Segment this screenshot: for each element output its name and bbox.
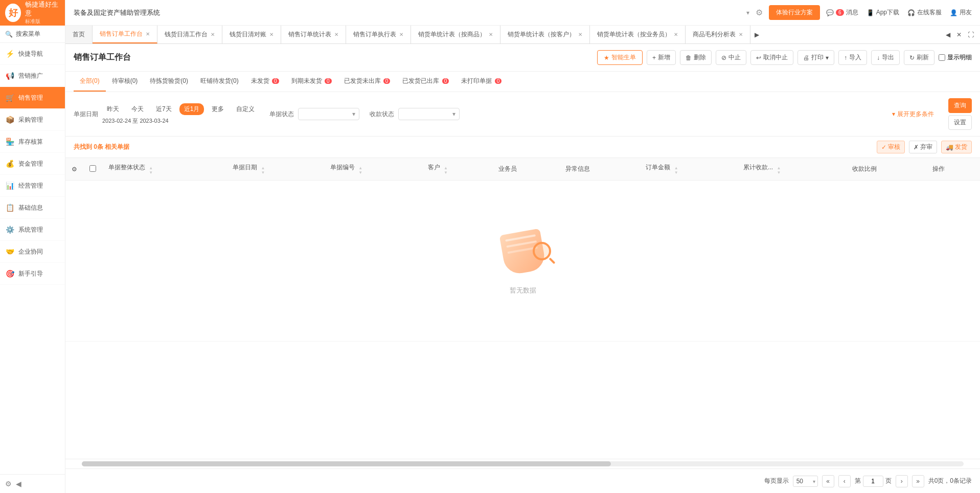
tab-cash-reconcile[interactable]: 钱货日清对账 ✕	[222, 26, 281, 43]
online-service-action[interactable]: 🎧 在线客服	[907, 8, 942, 17]
tab-close-cash-reconcile[interactable]: ✕	[269, 32, 274, 37]
tab-expand-btn[interactable]: ⛶	[966, 30, 976, 39]
import-button[interactable]: ↑ 导入	[838, 50, 867, 65]
date-sort[interactable]: ▲▼	[261, 166, 265, 175]
select-all-checkbox[interactable]	[89, 165, 96, 172]
tab-sales-by-customer[interactable]: 销货单统计表（按客户） ✕	[500, 26, 590, 43]
subtab-not-shipped[interactable]: 未发货 0	[245, 72, 285, 92]
tab-close-cash-daily[interactable]: ✕	[211, 32, 215, 37]
topbar-settings-icon[interactable]: ⚙	[756, 8, 763, 17]
cancel-stop-button[interactable]: ↩ 取消中止	[750, 50, 793, 65]
th-checkbox[interactable]	[83, 158, 102, 181]
sidebar-item-inventory[interactable]: 🏪 库存核算	[0, 131, 65, 153]
page-number-input[interactable]	[863, 476, 883, 487]
first-page-btn[interactable]: «	[822, 475, 834, 487]
sidebar-item-enterprise[interactable]: 🤝 企业协同	[0, 241, 65, 263]
collapse-icon[interactable]: ◀	[16, 480, 21, 488]
tab-sales-exec[interactable]: 销售订单执行表 ✕	[346, 26, 411, 43]
tab-close-sales-workbench[interactable]: ✕	[146, 31, 150, 37]
logo-subtitle: 标准版	[25, 18, 60, 25]
sidebar-item-guide[interactable]: 🎯 新手引导	[0, 263, 65, 285]
payment-select[interactable]	[398, 108, 460, 120]
export-button[interactable]: ↓ 导出	[871, 50, 900, 65]
tab-home[interactable]: 首页	[65, 26, 93, 43]
tab-close-sales-by-customer[interactable]: ✕	[578, 32, 582, 37]
collected-sort[interactable]: ▲▼	[777, 166, 781, 175]
sidebar-item-basic-info[interactable]: 📋 基础信息	[0, 197, 65, 219]
subtab-pending-review[interactable]: 待审核(0)	[106, 72, 144, 92]
user-area[interactable]: 👤 用友	[950, 8, 972, 17]
date-btn-yesterday[interactable]: 昨天	[102, 103, 124, 115]
status-sort[interactable]: ▲▼	[149, 166, 153, 175]
th-settings[interactable]: ⚙	[65, 158, 83, 181]
tab-close-sales-stats[interactable]: ✕	[334, 32, 338, 37]
sidebar-item-system[interactable]: ⚙️ 系统管理	[0, 219, 65, 241]
ship-label: 发货	[955, 143, 967, 151]
sidebar-item-purchase[interactable]: 📦 采购管理	[0, 109, 65, 131]
subtab-wangpu-shipping[interactable]: 旺铺待发货(0)	[194, 72, 245, 92]
message-action[interactable]: 💬 6 消息	[826, 8, 858, 17]
last-page-btn[interactable]: »	[912, 475, 924, 487]
tab-close-sales-by-staff[interactable]: ✕	[674, 32, 678, 37]
subtab-not-printed[interactable]: 未打印单据 0	[455, 72, 508, 92]
sidebar-item-operations[interactable]: 📊 经营管理	[0, 175, 65, 197]
tab-sales-stats[interactable]: 销售订单统计表 ✕	[281, 26, 346, 43]
settings-filter-button[interactable]: 设置	[948, 115, 972, 130]
date-btn-1month[interactable]: 近1月	[179, 103, 204, 115]
customer-sort[interactable]: ▲▼	[444, 166, 448, 175]
tab-prev-btn[interactable]: ◀	[944, 30, 952, 39]
add-button[interactable]: + 新增	[647, 50, 676, 65]
tab-close-sales-by-product[interactable]: ✕	[489, 32, 493, 37]
sidebar-item-marketing[interactable]: 📢 营销推广	[0, 65, 65, 87]
tab-sales-by-staff[interactable]: 销货单统计表（按业务员） ✕	[590, 26, 686, 43]
tab-sales-workbench[interactable]: 销售订单工作台 ✕	[93, 26, 157, 43]
refresh-button[interactable]: ↻ 刷新	[904, 50, 935, 65]
date-btn-custom[interactable]: 自定义	[232, 103, 259, 115]
tab-gross-margin[interactable]: 商品毛利分析表 ✕	[686, 26, 750, 43]
tab-close-gross-margin[interactable]: ✕	[739, 32, 743, 37]
smart-create-label: 智能生单	[611, 53, 636, 62]
print-button[interactable]: 🖨 打印 ▾	[797, 50, 834, 65]
filter-expand-btn[interactable]: ▾ 展开更多条件	[892, 110, 934, 119]
smart-create-button[interactable]: ★ 智能生单	[597, 50, 643, 65]
subtab-pending-inspection[interactable]: 待拣货验货(0)	[144, 72, 194, 92]
ship-button[interactable]: 🚚 发货	[941, 141, 972, 153]
sidebar-item-quick-nav[interactable]: ⚡ 快捷导航	[0, 43, 65, 65]
settings-bottom-icon[interactable]: ⚙	[5, 480, 12, 488]
date-btn-today[interactable]: 今天	[127, 103, 148, 115]
tab-cash-daily[interactable]: 钱货日清工作台 ✕	[157, 26, 222, 43]
app-download-action[interactable]: 📱 App下载	[867, 8, 899, 17]
review-button[interactable]: ✓ 审核	[877, 141, 905, 153]
subtab-shipped-out[interactable]: 已发货已出库 0	[396, 72, 455, 92]
scroll-track[interactable]	[82, 461, 964, 466]
status-select[interactable]	[298, 108, 359, 120]
page-size-select[interactable]: 10 20 50 100	[793, 476, 818, 487]
tab-next-btn[interactable]: ✕	[954, 30, 964, 39]
number-sort[interactable]: ▲▼	[358, 166, 362, 175]
subtab-overdue[interactable]: 到期未发货 0	[285, 72, 338, 92]
next-page-btn[interactable]: ›	[896, 475, 908, 487]
horizontal-scrollbar[interactable]	[65, 459, 980, 468]
subtab-all[interactable]: 全部(0)	[74, 72, 106, 92]
stop-button[interactable]: ⊘ 中止	[716, 50, 746, 65]
cancel-review-button[interactable]: ✗ 弃审	[909, 141, 937, 153]
sidebar-search[interactable]: 🔍 搜索菜单	[0, 26, 65, 43]
sidebar-item-finance[interactable]: 💰 资金管理	[0, 153, 65, 175]
topbar-dropdown-icon[interactable]: ▾	[746, 9, 749, 16]
cancel-stop-icon: ↩	[756, 54, 761, 61]
subtab-shipped-not-out[interactable]: 已发货未出库 0	[338, 72, 397, 92]
prev-page-btn[interactable]: ‹	[838, 475, 851, 487]
sidebar-item-sales[interactable]: 🛒 销售管理	[0, 87, 65, 109]
scroll-thumb[interactable]	[82, 461, 611, 466]
date-btn-7days[interactable]: 近7天	[151, 103, 176, 115]
tab-close-sales-exec[interactable]: ✕	[399, 32, 403, 37]
delete-button[interactable]: 🗑 删除	[680, 50, 712, 65]
tabbar-more[interactable]: ▶	[750, 31, 763, 38]
query-button[interactable]: 查询	[948, 98, 972, 113]
show-detail-checkbox[interactable]	[939, 54, 945, 61]
tab-sales-by-product[interactable]: 销货单统计表（按商品） ✕	[411, 26, 500, 43]
date-btn-more[interactable]: 更多	[207, 103, 229, 115]
show-detail-checkbox-wrap[interactable]: 显示明细	[939, 53, 972, 62]
industry-solution-button[interactable]: 体验行业方案	[769, 5, 820, 20]
amount-sort[interactable]: ▲▼	[674, 166, 678, 175]
